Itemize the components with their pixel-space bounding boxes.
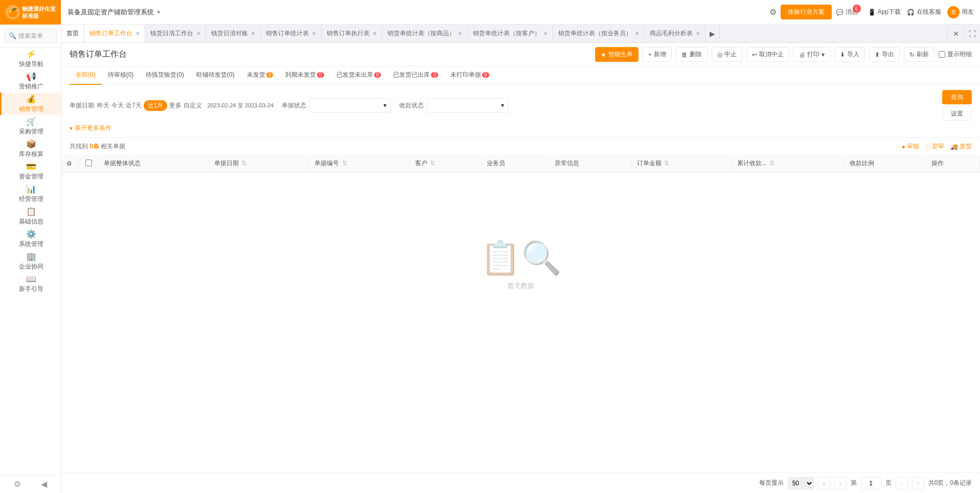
subtab-shipped-out[interactable]: 已发货已出库 0 — [387, 66, 444, 85]
show-detail-checkbox[interactable] — [939, 51, 945, 58]
tab-cash-reconcile[interactable]: 钱货日清对账 ✕ — [206, 25, 261, 43]
col-number[interactable]: 单据编号 ⇅ — [309, 155, 409, 172]
select-all-checkbox[interactable] — [85, 160, 92, 166]
batch-review-button[interactable]: ● 审核 — [902, 142, 919, 151]
sidebar-item-purchase[interactable]: 🛒 采购管理 — [0, 115, 61, 138]
print-button[interactable]: 🖨 打印 ▾ — [793, 47, 830, 62]
col-staff[interactable]: 业务员 — [482, 155, 550, 172]
search-menu-button[interactable]: 🔍 搜索菜单 — [4, 29, 57, 43]
subtab-pending-inspect[interactable]: 待拣货验货(0) — [140, 66, 190, 85]
tab-by-customer[interactable]: 销货单统计表（按客户） ✕ — [468, 25, 553, 43]
collapse-sidebar-icon[interactable]: ◀ — [41, 479, 47, 489]
expand-filter-button[interactable]: ▾ 展开更多条件 — [70, 124, 111, 132]
sidebar-item-shortcut[interactable]: ⚡ 快捷导航 — [0, 48, 61, 70]
tab-close-cash-reconcile[interactable]: ✕ — [251, 31, 255, 36]
tab-close-cash-daily[interactable]: ✕ — [196, 31, 200, 36]
online-service-button[interactable]: 🎧 在线客服 — [907, 8, 941, 16]
col-customer[interactable]: 客户 ⇅ — [409, 155, 481, 172]
cancel-stop-button[interactable]: ↩ 取消中止 — [746, 47, 789, 62]
sidebar-item-finance[interactable]: 💳 资金管理 — [0, 160, 61, 183]
payment-select[interactable]: ▾ — [427, 98, 509, 113]
delete-button[interactable]: 🗑 删除 — [676, 47, 708, 62]
more-shortcut[interactable]: 更多 — [169, 101, 181, 110]
subtab-all[interactable]: 全部(0) — [70, 66, 102, 85]
import-button[interactable]: ⬇ 导入 — [834, 47, 865, 62]
settings-gear-icon[interactable]: ⚙ — [14, 479, 21, 489]
app-download-button[interactable]: 📱 App下载 — [868, 8, 901, 16]
tab-close-by-product[interactable]: ✕ — [458, 31, 462, 36]
subtab-expired-not-shipped[interactable]: 到期未发货 0 — [279, 66, 330, 85]
col-date[interactable]: 单据日期 ⇅ — [209, 155, 309, 172]
sidebar-item-enterprise[interactable]: 🏢 企业协同 — [0, 250, 61, 273]
query-button[interactable]: 查询 — [942, 90, 972, 104]
batch-cancel-review-button[interactable]: ◌ 弃审 — [925, 142, 944, 151]
subtab-not-printed[interactable]: 未打印单据 0 — [444, 66, 495, 85]
custom-shortcut[interactable]: 自定义 — [184, 101, 202, 110]
status-select[interactable]: ▾ — [309, 98, 391, 113]
import-icon: ⬇ — [840, 51, 845, 58]
col-abnormal: 异常信息 — [549, 155, 631, 172]
horizontal-scrollbar[interactable] — [61, 467, 980, 473]
last-page-button[interactable]: » — [912, 477, 924, 489]
show-detail-toggle[interactable]: 显示明细 — [939, 50, 972, 59]
filter-settings-button[interactable]: 设置 — [942, 106, 972, 121]
tab-cash-daily[interactable]: 钱货日清工作台 ✕ — [145, 25, 206, 43]
last1m-shortcut[interactable]: 近1月 — [144, 100, 168, 111]
table-scroll-area[interactable]: ⚙ 单据整体状态 单据日期 ⇅ 单据编号 — [61, 155, 980, 467]
smart-create-button[interactable]: ★ 智能生单 — [595, 47, 639, 62]
col-amount[interactable]: 订单金额 ⇅ — [631, 155, 732, 172]
tab-by-product[interactable]: 销货单统计表（按商品） ✕ — [382, 25, 468, 43]
subtab-not-shipped[interactable]: 未发货 0 — [241, 66, 280, 85]
tab-sales-order[interactable]: 销售订单工作台 ✕ — [84, 25, 145, 43]
sidebar-item-operation[interactable]: 📊 经营管理 — [0, 183, 61, 205]
tab-close-sales-exec[interactable]: ✕ — [373, 31, 377, 36]
subtab-pending-review[interactable]: 待审核(0) — [102, 66, 140, 85]
page-input[interactable] — [861, 477, 881, 489]
star-icon: ★ — [601, 51, 606, 58]
add-button[interactable]: + 新增 — [643, 47, 672, 62]
table-batch-actions: ● 审核 ◌ 弃审 🚚 发货 — [902, 142, 972, 151]
refresh-icon: ↻ — [909, 51, 915, 58]
tab-close-sales-stat[interactable]: ✕ — [312, 31, 316, 36]
next-page-button[interactable]: › — [896, 477, 908, 489]
tab-gross-margin[interactable]: 商品毛利分析表 ✕ — [645, 25, 705, 43]
sidebar-item-system[interactable]: ⚙️ 系统管理 — [0, 228, 61, 250]
tab-close-by-customer[interactable]: ✕ — [543, 31, 548, 36]
tab-scroll-right[interactable]: ▶ — [705, 25, 720, 43]
today-shortcut[interactable]: 今天 — [111, 101, 124, 110]
tab-bar: 首页 销售订单工作台 ✕ 钱货日清工作台 ✕ 钱货日清对账 ✕ 销售订单统计表 … — [61, 25, 980, 43]
prev-page-button[interactable]: ‹ — [834, 477, 847, 489]
last7-shortcut[interactable]: 近7天 — [126, 101, 142, 110]
tab-home[interactable]: 首页 — [61, 25, 84, 43]
stop-button[interactable]: ◎ 中止 — [712, 47, 742, 62]
refresh-button[interactable]: ↻ 刷新 — [904, 47, 935, 62]
subtab-shipped-not-out[interactable]: 已发货未出库 0 — [330, 66, 388, 85]
subtab-wangpu-ship[interactable]: 旺铺待发货(0) — [190, 66, 241, 85]
sidebar-item-guide[interactable]: 📖 新手引导 — [0, 273, 61, 295]
tab-close-gross-margin[interactable]: ✕ — [696, 31, 700, 36]
tab-maximize[interactable]: ⛶ — [964, 25, 980, 43]
first-page-button[interactable]: « — [818, 477, 830, 489]
export-button[interactable]: ⬆ 导出 — [869, 47, 900, 62]
message-icon: 💬 — [836, 9, 844, 16]
sidebar-item-sales[interactable]: 💰 销售管理 — [0, 93, 61, 115]
industry-solution-button[interactable]: 体验行业方案 — [781, 5, 832, 19]
user-button[interactable]: 友 用友 — [947, 6, 974, 18]
sidebar-item-inventory[interactable]: 📦 库存核算 — [0, 138, 61, 160]
tab-sales-exec[interactable]: 销售订单执行表 ✕ — [322, 25, 382, 43]
sidebar-item-basic[interactable]: 📋 基础信息 — [0, 205, 61, 228]
per-page-select[interactable]: 50 10 20 100 — [788, 477, 814, 489]
col-received[interactable]: 累计收款... ⇅ — [732, 155, 844, 172]
system-title-dropdown[interactable]: ▾ — [157, 8, 161, 16]
tab-by-staff[interactable]: 销货单统计表（按业务员） ✕ — [553, 25, 645, 43]
message-button[interactable]: 💬 6 消息 — [836, 8, 858, 16]
sidebar-search-area: 🔍 搜索菜单 — [0, 25, 61, 48]
tab-close-sales-order[interactable]: ✕ — [135, 31, 140, 36]
tab-close-by-staff[interactable]: ✕ — [635, 31, 639, 36]
sidebar-item-marketing[interactable]: 📢 营销推广 — [0, 70, 61, 93]
batch-ship-button[interactable]: 🚚 发货 — [950, 142, 972, 151]
yesterday-shortcut[interactable]: 昨天 — [97, 101, 109, 110]
tab-sales-stat[interactable]: 销售订单统计表 ✕ — [261, 25, 322, 43]
tab-close-current[interactable]: ✕ — [947, 25, 964, 43]
header-gear-icon[interactable]: ⚙ — [769, 7, 777, 17]
